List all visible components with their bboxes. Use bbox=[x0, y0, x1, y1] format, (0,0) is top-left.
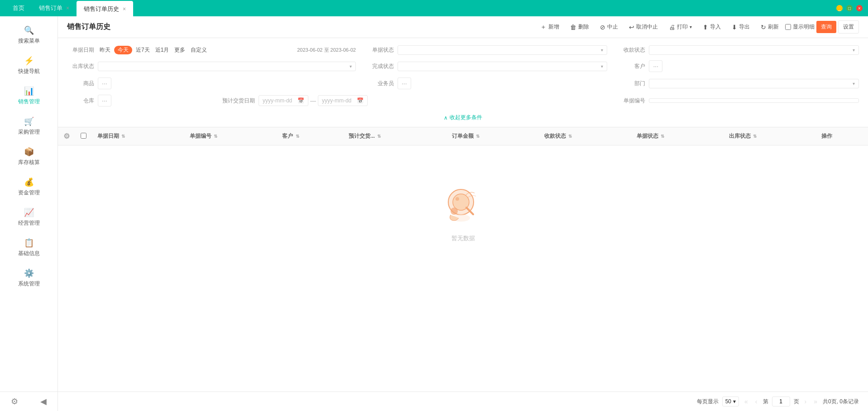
show-detail-checkbox[interactable] bbox=[785, 24, 791, 30]
shortcut-custom[interactable]: 自定义 bbox=[189, 46, 209, 54]
th-outbound-status-sort-icon[interactable]: ⇅ bbox=[753, 134, 757, 139]
sidebar-collapse-button[interactable]: ◀ bbox=[40, 396, 47, 406]
salesperson-dots-button[interactable]: ··· bbox=[398, 77, 411, 89]
filter-area: 单据日期 昨天 今天 近7天 近1月 更多 自定义 2023-06-02 至 2… bbox=[58, 38, 868, 127]
sidebar-item-sales-mgmt-label: 销售管理 bbox=[18, 98, 40, 106]
th-payment-status-sort-icon[interactable]: ⇅ bbox=[568, 134, 572, 139]
query-button[interactable]: 查询 bbox=[816, 21, 836, 33]
collapse-label: 收起更多条件 bbox=[450, 114, 482, 121]
maximize-button[interactable]: □ bbox=[846, 5, 853, 11]
import-icon: ⬆ bbox=[703, 24, 708, 31]
sidebar-item-sys-mgmt[interactable]: ⚙️ 系统管理 bbox=[0, 263, 58, 293]
cancel-stop-button[interactable]: ↩ 取消中止 bbox=[624, 21, 662, 33]
content-area: 销售订单历史 ＋ 新增 🗑 删除 ⊘ 中止 ↩ 取消中止 bbox=[58, 16, 868, 411]
sidebar-item-quick-nav[interactable]: ⚡ 快捷导航 bbox=[0, 50, 58, 81]
th-date-sort-icon[interactable]: ⇅ bbox=[121, 134, 125, 139]
sidebar-item-search-menu[interactable]: 🔍 搜索菜单 bbox=[0, 20, 58, 50]
stop-button[interactable]: ⊘ 中止 bbox=[595, 21, 623, 33]
sidebar-item-inventory[interactable]: 📦 库存核算 bbox=[0, 141, 58, 172]
sales-mgmt-icon: 📊 bbox=[24, 86, 34, 96]
complete-select-arrow-icon: ▾ bbox=[601, 64, 603, 69]
minimize-button[interactable]: _ bbox=[836, 5, 843, 11]
sidebar-item-sales-mgmt[interactable]: 📊 销售管理 bbox=[0, 81, 58, 111]
next-page-button[interactable]: › bbox=[803, 397, 809, 406]
department-select[interactable]: ▾ bbox=[649, 79, 859, 88]
sidebar-item-finance[interactable]: 💰 资金管理 bbox=[0, 172, 58, 202]
sidebar-settings-button[interactable]: ⚙ bbox=[11, 396, 18, 406]
prev-page-button[interactable]: ‹ bbox=[753, 397, 759, 406]
export-button[interactable]: ⬇ 导出 bbox=[727, 21, 754, 33]
svg-point-5 bbox=[451, 208, 458, 215]
chevron-up-icon: ∧ bbox=[444, 115, 448, 121]
order-no-field-label: 单据编号 bbox=[618, 97, 645, 105]
payment-select[interactable]: ▾ bbox=[649, 45, 859, 55]
th-order-status-sort-icon[interactable]: ⇅ bbox=[661, 134, 664, 139]
page-input[interactable] bbox=[772, 396, 790, 406]
shortcut-1month[interactable]: 近1月 bbox=[153, 46, 171, 54]
settings-button[interactable]: 设置 bbox=[838, 20, 859, 34]
page-size-value: 50 bbox=[725, 398, 731, 405]
delete-button[interactable]: 🗑 删除 bbox=[566, 21, 594, 33]
empty-state: 暂无数据 bbox=[58, 145, 868, 279]
delivery-date-label: 预计交货日期 bbox=[222, 97, 255, 105]
print-arrow-icon: ▾ bbox=[690, 24, 692, 29]
th-delivery-sort-icon[interactable]: ⇅ bbox=[377, 134, 381, 139]
last-page-button[interactable]: » bbox=[812, 397, 819, 406]
collapse-button[interactable]: ∧ 收起更多条件 bbox=[67, 112, 859, 123]
filter-complete-field: 完成状态 ▾ bbox=[367, 62, 608, 71]
complete-select[interactable]: ▾ bbox=[398, 62, 608, 71]
date-range-display: 2023-06-02 至 2023-06-02 bbox=[297, 47, 356, 53]
warehouse-dots-button[interactable]: ··· bbox=[98, 95, 111, 106]
sidebar-item-operations[interactable]: 📈 经营管理 bbox=[0, 202, 58, 232]
page-size-select[interactable]: 50 ▾ bbox=[722, 396, 739, 406]
delivery-date-start[interactable]: yyyy-mm-dd 📅 bbox=[259, 95, 308, 106]
page-title: 销售订单历史 bbox=[67, 22, 110, 32]
filter-row-1: 单据日期 昨天 今天 近7天 近1月 更多 自定义 2023-06-02 至 2… bbox=[67, 45, 859, 55]
shortcut-more[interactable]: 更多 bbox=[173, 46, 187, 54]
delivery-date-end[interactable]: yyyy-mm-dd 📅 bbox=[318, 95, 368, 106]
tab-sales-order-close[interactable]: × bbox=[66, 5, 69, 11]
filter-row-4: 仓库 ··· 预计交货日期 yyyy-mm-dd 📅 — yyyy-mm-dd … bbox=[67, 95, 859, 106]
shortcut-7days[interactable]: 近7天 bbox=[134, 46, 152, 54]
print-button[interactable]: 🖨 打印 ▾ bbox=[664, 21, 696, 33]
filter-product-field: 商品 ··· bbox=[67, 77, 356, 89]
order-no-input[interactable] bbox=[649, 98, 859, 103]
show-detail-label[interactable]: 显示明细 bbox=[785, 23, 815, 31]
th-payment-status: 收款状态 ⇅ bbox=[539, 127, 631, 145]
new-button[interactable]: ＋ 新增 bbox=[536, 21, 564, 34]
shortcut-today[interactable]: 今天 bbox=[114, 46, 132, 54]
th-no-label: 单据编号 bbox=[190, 133, 211, 139]
refresh-button[interactable]: ↻ 刷新 bbox=[756, 21, 783, 33]
th-amount-sort-icon[interactable]: ⇅ bbox=[476, 134, 480, 139]
tab-sales-history[interactable]: 销售订单历史 × bbox=[77, 1, 133, 17]
filter-row-3: 商品 ··· 业务员 ··· 部门 ▾ bbox=[67, 77, 859, 89]
show-detail-text: 显示明细 bbox=[793, 23, 815, 31]
query-label: 查询 bbox=[821, 23, 832, 31]
select-all-checkbox[interactable] bbox=[81, 133, 86, 139]
sidebar-item-sys-mgmt-label: 系统管理 bbox=[18, 280, 40, 288]
th-no-sort-icon[interactable]: ⇅ bbox=[214, 134, 217, 139]
customer-dots-button[interactable]: ··· bbox=[649, 60, 662, 72]
th-customer: 客户 ⇅ bbox=[277, 127, 343, 145]
th-outbound-status-label: 出库状态 bbox=[729, 133, 751, 139]
sidebar-item-base-info[interactable]: 📋 基础信息 bbox=[0, 232, 58, 263]
filter-row-2: 出库状态 ▾ 完成状态 ▾ 客户 ··· bbox=[67, 60, 859, 72]
outbound-select[interactable]: ▾ bbox=[98, 62, 356, 71]
quick-nav-icon: ⚡ bbox=[24, 56, 34, 66]
close-button[interactable]: × bbox=[856, 5, 863, 11]
date-field-label: 单据日期 bbox=[67, 46, 94, 54]
export-label: 导出 bbox=[739, 23, 750, 31]
tab-home[interactable]: 首页 bbox=[5, 0, 32, 16]
shortcut-yesterday[interactable]: 昨天 bbox=[98, 46, 112, 54]
sidebar-item-purchase-mgmt[interactable]: 🛒 采购管理 bbox=[0, 111, 58, 141]
import-button[interactable]: ⬆ 导入 bbox=[698, 21, 725, 33]
product-dots-button[interactable]: ··· bbox=[98, 77, 111, 89]
data-table: ⚙ 单据日期 ⇅ 单据编号 ⇅ bbox=[58, 127, 868, 279]
first-page-button[interactable]: « bbox=[743, 397, 750, 406]
tab-sales-order[interactable]: 销售订单 × bbox=[32, 0, 77, 16]
window-controls: _ □ × bbox=[836, 5, 863, 11]
th-customer-sort-icon[interactable]: ⇅ bbox=[296, 134, 299, 139]
tab-sales-history-close[interactable]: × bbox=[123, 6, 126, 12]
status-select[interactable]: ▾ bbox=[398, 45, 608, 55]
table-settings-icon[interactable]: ⚙ bbox=[63, 132, 70, 140]
